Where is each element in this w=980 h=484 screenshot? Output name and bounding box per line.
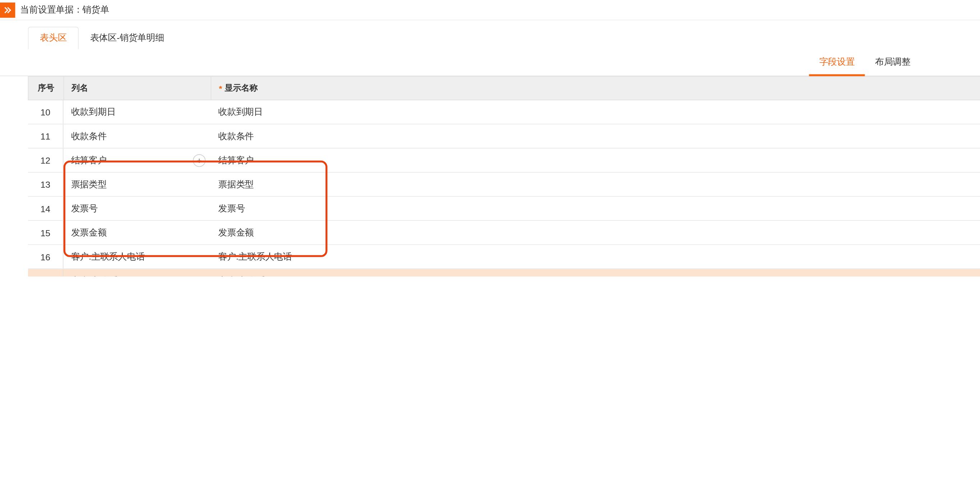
cell-column-name: 收款条件: [64, 124, 211, 148]
area-tabs: 表头区表体区-销货单明细: [28, 27, 980, 49]
cell-display-name[interactable]: 票据类型: [211, 173, 980, 196]
table-body: 10收款到期日收款到期日11收款条件收款条件12结算客户+结算客户13票据类型票…: [28, 100, 980, 277]
cell-column-name: 发票金额: [64, 221, 211, 244]
cell-display-name[interactable]: 收款条件: [211, 124, 980, 148]
cell-display-name[interactable]: 发票号: [211, 197, 980, 220]
cell-column-name: 收款到期日: [64, 100, 211, 124]
chevrons-right-icon: [3, 5, 12, 14]
sub-tabs: 字段设置布局调整: [0, 49, 980, 76]
tab-area-0[interactable]: 表头区: [28, 27, 79, 49]
required-star-icon: *: [219, 83, 222, 93]
table-header-row: 序号 列名 *显示名称 显示 必录 不可编辑?: [28, 76, 980, 100]
table-row[interactable]: 11收款条件收款条件: [28, 124, 980, 148]
page-title: 当前设置单据：销货单: [20, 4, 109, 16]
cell-seq: 14: [28, 197, 64, 220]
cell-display-name[interactable]: 客户.主联系人电话: [211, 245, 980, 268]
cell-seq: 11: [28, 124, 64, 148]
header-display-name: *显示名称: [212, 77, 980, 100]
cell-column-name: 客户.主联系人电话: [64, 245, 211, 268]
cell-seq: 13: [28, 173, 64, 196]
cell-column-name: 结算客户+: [64, 148, 211, 172]
cell-display-name[interactable]: 发票金额: [211, 221, 980, 244]
cell-display-name[interactable]: 收款到期日: [211, 100, 980, 124]
cell-seq: 10: [28, 100, 64, 124]
cell-seq: 12: [28, 148, 64, 172]
tab-sub-1[interactable]: 布局调整: [865, 49, 921, 75]
table-row[interactable]: 17客户.主联系人客户.主联系人: [28, 269, 980, 277]
header-column-name: 列名: [64, 77, 211, 100]
tab-sub-0[interactable]: 字段设置: [809, 49, 865, 75]
collapse-panel-button[interactable]: [0, 2, 15, 17]
table-row[interactable]: 16客户.主联系人电话客户.主联系人电话: [28, 245, 980, 269]
cell-seq: 15: [28, 221, 64, 244]
cell-column-name: 票据类型: [64, 173, 211, 196]
table-row[interactable]: 14发票号发票号: [28, 197, 980, 221]
cell-seq: 17: [28, 269, 64, 277]
cell-column-name: 客户.主联系人: [64, 269, 211, 277]
cell-display-name[interactable]: 客户.主联系人: [211, 269, 980, 277]
tab-area-1[interactable]: 表体区-销货单明细: [79, 27, 175, 49]
cell-seq: 16: [28, 245, 64, 268]
table-row[interactable]: 15发票金额发票金额: [28, 221, 980, 245]
table-row[interactable]: 13票据类型票据类型: [28, 173, 980, 197]
cell-column-name: 发票号: [64, 197, 211, 220]
header-seq: 序号: [29, 77, 64, 100]
cell-display-name[interactable]: 结算客户: [211, 148, 980, 172]
table-row[interactable]: 12结算客户+结算客户: [28, 148, 980, 173]
header-bar: 当前设置单据：销货单: [0, 0, 980, 20]
table-row[interactable]: 10收款到期日收款到期日: [28, 100, 980, 124]
expand-button[interactable]: +: [193, 154, 206, 167]
